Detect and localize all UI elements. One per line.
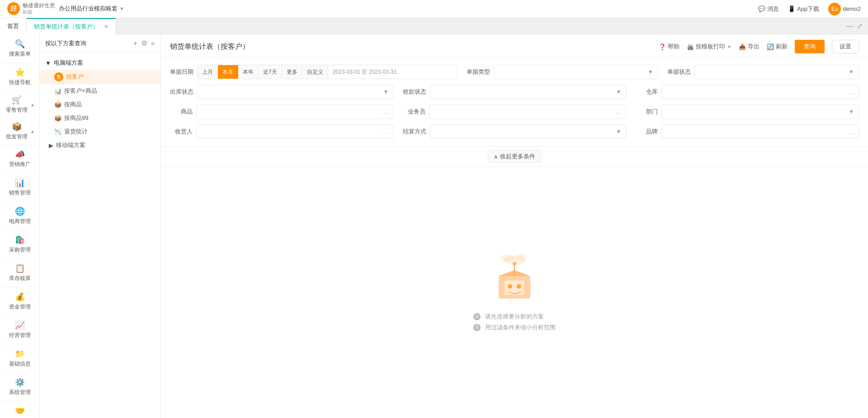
svg-point-10 [513,262,516,266]
doc-type-dropdown[interactable]: ▼ [494,65,658,79]
goods-input[interactable]: ... [196,104,394,119]
doc-status-dropdown[interactable]: ▼ [694,65,859,79]
desktop-group-header[interactable]: ▼ 电脑端方案 [40,56,160,70]
app-download-label: App下载 [797,5,819,13]
tab-sales-stat[interactable]: 销货单统计表（按客户） ✕ [27,18,116,34]
sidebar-item-operation[interactable]: 📈 经营管理 [0,316,39,344]
warehouse-dots[interactable]: ... [848,88,854,96]
template-print-label: 按模板打印 [696,43,725,51]
refresh-button[interactable]: 🔄 刷新 [767,43,788,51]
collapse-label: 收起更多条件 [500,152,535,161]
brand-input[interactable]: ... [661,124,859,139]
page-title: 销货单统计表（按客户） [170,42,250,52]
scheme-by-goods[interactable]: 📦 按商品 [40,98,160,111]
scheme-by-goods-99[interactable]: 📦 按商品99 [40,111,160,125]
empty-text: ① 请先选择要分析的方案 ② 用过滤条件来缩小分析范围 [473,313,556,334]
sidebar-item-quick-nav[interactable]: ⭐ 快捷导航 [0,63,39,91]
logo-sub: 标版 [23,9,55,15]
add-scheme-icon[interactable]: + [133,39,137,48]
help-button[interactable]: ❓ 帮助 [659,43,679,51]
tab-home[interactable]: 首页 [0,18,27,34]
date-7days[interactable]: 近7天 [259,65,282,79]
mobile-group-header[interactable]: ▶ 移动端方案 [40,138,160,152]
scheme-refund-stat[interactable]: 📉 退货统计 [40,125,160,138]
tip2-text: 用过滤条件来缩小分析范围 [485,323,556,332]
right-main: 销货单统计表（按客户） ❓ 帮助 🖨️ 按模板打印 ▼ 📤 导出 [161,34,868,418]
sidebar-item-marketing[interactable]: 📣 营销推广 [0,145,39,173]
sales-label: 销售管理 [9,189,31,197]
by-customer-label: 按客户 [66,73,84,81]
finance-label: 资金管理 [9,303,31,311]
avatar: Ea [828,3,841,15]
sidebar-item-search-menu[interactable]: 🔍 搜索菜单 [0,34,39,63]
basic-label: 基础信息 [9,360,31,368]
warehouse-input[interactable]: ... [661,85,859,99]
scheme-by-customer-goods[interactable]: 📊 按客户+商品 [40,84,160,98]
svg-rect-6 [505,280,524,295]
salesman-input[interactable]: ... [429,104,627,119]
date-more[interactable]: 更多 [282,65,302,79]
page-actions: ❓ 帮助 🖨️ 按模板打印 ▼ 📤 导出 🔄 刷新 [659,40,859,53]
goods-field: 商品 ... [170,104,394,119]
date-this-year[interactable]: 本年 [238,65,259,79]
date-custom[interactable]: 自定义 [302,65,328,79]
app-download-button[interactable]: 📱 App下载 [788,5,819,13]
dropdown-arrow-icon: ▼ [119,6,124,11]
sidebar-item-sales[interactable]: 📊 销售管理 [0,173,39,202]
retail-label: 零售管理 [6,106,28,114]
recipient-dots[interactable]: ... [382,128,388,136]
left-panel-header: 按以下方案查询 + ⚙ « [40,34,160,52]
sidebar-item-system[interactable]: ⚙️ 系统管理 [0,373,39,401]
collect-status-dropdown[interactable]: ▼ [430,85,627,99]
by-goods-label: 按商品 [64,100,82,109]
export-button[interactable]: 📤 导出 [739,43,760,51]
template-print-button[interactable]: 🖨️ 按模板打印 ▼ [687,43,731,51]
date-this-month[interactable]: 本月 [218,65,238,79]
settle-dropdown[interactable]: ▼ [430,124,627,139]
sidebar-item-finance[interactable]: 💰 资金管理 [0,287,39,316]
help-icon: ❓ [659,43,666,50]
sidebar-item-basic[interactable]: 📁 基础信息 [0,344,39,373]
wholesale-arrow-icon: ▲ [30,129,35,134]
collapse-button[interactable]: ∧ 收起更多条件 [488,150,541,163]
message-button[interactable]: 💬 消息 [758,5,779,13]
sidebar-item-enterprise[interactable]: 🤝 企业协同 [0,401,39,418]
recipient-input[interactable]: ... [196,124,394,139]
settings-button[interactable]: 设置 [832,40,859,53]
user-name: demo2 [843,5,861,12]
system-icon: ⚙️ [15,377,25,387]
refund-stat-label: 退货统计 [64,128,88,136]
mobile-group-label: 移动端方案 [56,141,85,149]
brand-dots[interactable]: ... [848,128,854,136]
goods-dots[interactable]: ... [382,108,388,116]
sidebar-item-purchase[interactable]: 🛍️ 采购管理 [0,230,39,259]
maximize-icon[interactable]: ⤢ [857,22,863,30]
out-status-dropdown[interactable]: ▼ [197,85,394,99]
logo-text-block: 畅捷通好生意 标版 [23,2,55,15]
collect-status-chevron: ▼ [616,89,621,95]
dept-dropdown[interactable]: ▼ [661,104,859,119]
date-last-month[interactable]: 上月 [198,65,218,79]
page-header: 销货单统计表（按客户） ❓ 帮助 🖨️ 按模板打印 ▼ 📤 导出 [161,34,868,57]
sidebar-item-retail[interactable]: 🛒 零售管理 ▲ [0,91,39,118]
date-filter-control[interactable]: 上月 本月 本年 近7天 更多 自定义 2023-03-01 至 2023-03… [197,65,458,79]
tab-close-icon[interactable]: ✕ [104,24,108,30]
collapse-panel-icon[interactable]: « [151,39,155,48]
sidebar-item-wholesale[interactable]: 📦 批发管理 ▲ [0,118,39,145]
salesman-dots[interactable]: ... [615,108,621,116]
minimize-icon[interactable]: — [846,22,853,30]
settings-scheme-icon[interactable]: ⚙ [141,39,147,48]
dept-label: 部门 [635,108,658,116]
industry-dropdown[interactable]: 办公用品行业模拟账套 ▼ [59,5,124,13]
user-menu[interactable]: Ea demo2 [828,3,861,15]
inventory-icon: 📋 [15,263,25,273]
filter-row-1: 单据日期 上月 本月 本年 近7天 更多 自定义 2023-03-01 至 20… [170,65,859,79]
dept-chevron: ▼ [849,109,854,115]
filter-form: 单据日期 上月 本月 本年 近7天 更多 自定义 2023-03-01 至 20… [161,57,868,147]
dept-field: 部门 ▼ [635,104,859,119]
sidebar-item-inventory[interactable]: 📋 库存核算 [0,259,39,287]
sidebar-item-ecom[interactable]: 🌐 电商管理 [0,202,39,230]
query-button[interactable]: 查询 [795,40,825,53]
recipient-label: 收货人 [170,128,193,136]
scheme-by-customer[interactable]: 客 按客户 [40,70,160,84]
